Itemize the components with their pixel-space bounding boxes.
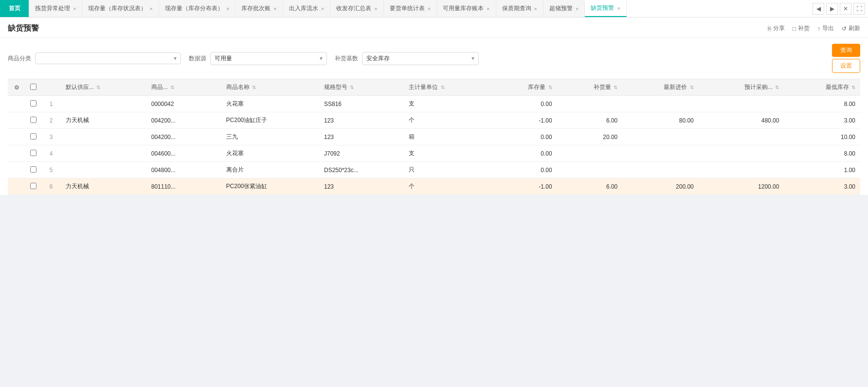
table-header-code[interactable]: 商品... ⇅ — [146, 79, 221, 96]
row-replen — [557, 96, 623, 112]
tab-expiry-label: 保质期查询 — [502, 4, 531, 13]
query-button[interactable]: 查询 — [832, 44, 860, 57]
header-actions: ⎘ 分享 □ 补货 ↑ 导出 ↺ 刷新 — [768, 24, 860, 33]
row-name: 三九 — [221, 129, 319, 145]
tab-stock-status-close[interactable]: × — [149, 6, 152, 12]
table-header-replen[interactable]: 补货量 ⇅ — [557, 79, 623, 96]
row-price — [622, 129, 698, 145]
row-checkbox[interactable] — [30, 166, 36, 173]
table-header-stock[interactable]: 库存量 ⇅ — [491, 79, 557, 96]
filter-replen-base-label: 补货基数 — [335, 54, 358, 63]
row-checkbox[interactable] — [30, 133, 36, 140]
row-checkbox[interactable] — [30, 117, 36, 123]
tab-batch-account[interactable]: 库存批次账 × — [235, 0, 283, 17]
sort-spec-icon: ⇅ — [350, 85, 354, 90]
filter-replen-base-value: 安全库存 — [366, 54, 390, 63]
table-header-forecast[interactable]: 预计采购... ⇅ — [699, 79, 784, 96]
row-unit: 箱 — [404, 129, 491, 145]
tab-demand-stat[interactable]: 要货单统计表 × — [384, 0, 437, 17]
tab-batch-account-close[interactable]: × — [273, 6, 276, 12]
tab-available-ledger-close[interactable]: × — [487, 6, 489, 12]
tab-fullscreen-button[interactable]: ⛶ — [853, 3, 865, 15]
filter-replen-base-select[interactable]: 安全库存 ▾ — [362, 52, 479, 65]
tab-shortage[interactable]: 缺货预警 × — [585, 0, 626, 17]
table-body: 1 0000042 火花塞 SS816 支 0.00 8.00 2 力天机械 0… — [8, 96, 860, 195]
settings-button[interactable]: 设置 — [832, 59, 860, 73]
row-forecast — [699, 162, 784, 178]
row-checkbox[interactable] — [30, 100, 36, 106]
tab-exception-close[interactable]: × — [73, 6, 76, 12]
tab-stock-dist-close[interactable]: × — [226, 6, 229, 12]
tab-stock-dist[interactable]: 现存量（库存分布表） × — [159, 0, 235, 17]
row-forecast: 1200.00 — [699, 178, 784, 195]
tab-prev-button[interactable]: ◀ — [813, 3, 824, 15]
row-minstock: 8.00 — [784, 145, 860, 162]
tab-expiry[interactable]: 保质期查询 × — [496, 0, 543, 17]
table-row: 2 力天机械 004200... PC200油缸庄子 123 个 -1.00 6… — [8, 112, 860, 129]
row-supplier — [61, 96, 146, 112]
row-supplier — [61, 162, 146, 178]
tab-in-out-flow[interactable]: 出入库流水 × — [283, 0, 330, 17]
row-name: PC200油缸庄子 — [221, 112, 319, 129]
row-replen: 6.00 — [557, 112, 623, 129]
export-button[interactable]: ↑ 导出 — [817, 24, 834, 33]
row-supplier — [61, 129, 146, 145]
row-code: 0000042 — [146, 96, 221, 112]
tab-exception[interactable]: 拣货异常处理 × — [29, 0, 82, 17]
share-label: 分享 — [773, 24, 785, 33]
tab-shortage-label: 缺货预警 — [591, 4, 614, 12]
tab-demand-stat-close[interactable]: × — [428, 6, 431, 12]
table-row: 5 004800... 离合片 DS250*23c... 只 0.00 1.00 — [8, 162, 860, 178]
row-price — [622, 96, 698, 112]
row-minstock: 10.00 — [784, 129, 860, 145]
table-header-minstock[interactable]: 最低库存 ⇅ — [784, 79, 860, 96]
filter-datasource-arrow: ▾ — [320, 55, 323, 62]
row-checkbox-cell — [25, 162, 41, 178]
tab-in-out-flow-close[interactable]: × — [321, 6, 324, 12]
row-checkbox[interactable] — [30, 150, 36, 156]
tab-collect-summary[interactable]: 收发存汇总表 × — [330, 0, 383, 17]
tab-collect-summary-label: 收发存汇总表 — [336, 4, 371, 13]
tab-expiry-close[interactable]: × — [534, 6, 537, 12]
row-unit: 支 — [404, 96, 491, 112]
row-gear-cell — [8, 129, 25, 145]
row-code: 004800... — [146, 162, 221, 178]
table-header-unit[interactable]: 主计量单位 ⇅ — [404, 79, 491, 96]
tab-shortage-close[interactable]: × — [617, 5, 620, 11]
filter-category-label: 商品分类 — [8, 54, 31, 63]
row-spec: 123 — [319, 129, 404, 145]
filter-category-select[interactable]: ▾ — [35, 53, 181, 64]
sort-forecast-icon: ⇅ — [775, 85, 779, 90]
sort-stock-icon: ⇅ — [548, 85, 552, 90]
tab-exception-label: 拣货异常处理 — [35, 4, 70, 13]
row-unit: 只 — [404, 162, 491, 178]
row-stock: -1.00 — [491, 112, 557, 129]
tab-close-all-button[interactable]: ✕ — [840, 3, 851, 15]
row-minstock: 1.00 — [784, 162, 860, 178]
sort-code-icon: ⇅ — [170, 85, 174, 90]
replenish-button[interactable]: □ 补货 — [793, 24, 810, 33]
row-gear-cell — [8, 162, 25, 178]
row-replen — [557, 145, 623, 162]
table-header-row: ⚙ 默认供应... ⇅ 商品... ⇅ 商品名称 ⇅ — [8, 79, 860, 96]
table-header-supplier[interactable]: 默认供应... ⇅ — [61, 79, 146, 96]
tab-home[interactable]: 首页 — [0, 0, 29, 17]
table-header-name[interactable]: 商品名称 ⇅ — [221, 79, 319, 96]
tab-stock-status[interactable]: 现存量（库存状况表） × — [82, 0, 159, 17]
select-all-checkbox[interactable] — [30, 84, 36, 90]
tab-next-button[interactable]: ▶ — [826, 3, 838, 15]
row-num: 4 — [41, 145, 61, 162]
filter-datasource-select[interactable]: 可用量 ▾ — [210, 52, 327, 65]
tab-overstock[interactable]: 超储预警 × — [543, 0, 585, 17]
tab-collect-summary-close[interactable]: × — [374, 6, 377, 12]
tab-overstock-close[interactable]: × — [576, 6, 579, 12]
sort-replen-icon: ⇅ — [614, 85, 617, 90]
tab-available-ledger[interactable]: 可用量库存账本 × — [437, 0, 496, 17]
share-button[interactable]: ⎘ 分享 — [768, 24, 785, 33]
table-header-gear[interactable]: ⚙ — [8, 79, 25, 96]
table-header-spec[interactable]: 规格型号 ⇅ — [319, 79, 404, 96]
table-header-price[interactable]: 最新进价 ⇅ — [622, 79, 698, 96]
row-checkbox[interactable] — [30, 183, 36, 189]
tab-demand-stat-label: 要货单统计表 — [390, 4, 425, 13]
refresh-button[interactable]: ↺ 刷新 — [842, 24, 860, 33]
